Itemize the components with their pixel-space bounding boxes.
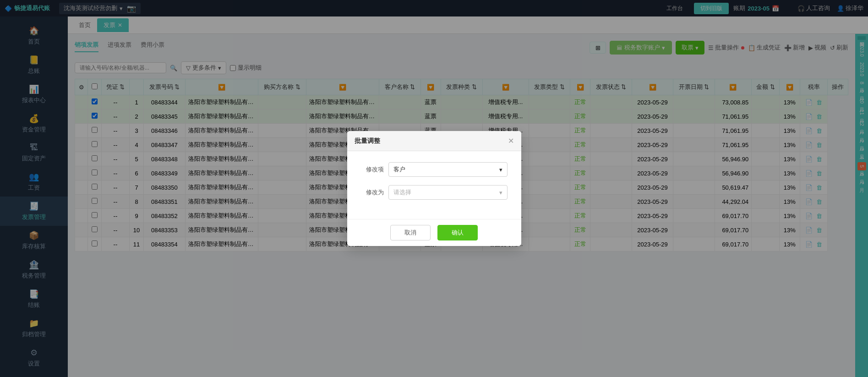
modify-to-select[interactable]: 请选择 ▾: [388, 185, 508, 200]
confirm-button[interactable]: 确认: [437, 225, 478, 240]
batch-adjust-modal: 批量调整 ✕ 修改项 客户 ▾ 修改为 请选择 ▾ 取消 确认: [347, 131, 521, 246]
modify-item-label: 修改项: [361, 165, 384, 174]
cancel-button[interactable]: 取消: [390, 225, 431, 240]
modal-close-btn[interactable]: ✕: [508, 137, 514, 145]
modify-item-select[interactable]: 客户 ▾: [388, 162, 508, 177]
select-dropdown-icon: ▾: [499, 166, 502, 173]
modal-body: 修改项 客户 ▾ 修改为 请选择 ▾: [347, 151, 521, 219]
modify-to-row: 修改为 请选择 ▾: [361, 185, 508, 200]
modal-footer: 取消 确认: [347, 219, 521, 246]
modify-to-label: 修改为: [361, 188, 384, 197]
modal-title: 批量调整: [355, 137, 380, 145]
modal-header: 批量调整 ✕: [347, 131, 521, 151]
select-to-dropdown-icon: ▾: [499, 189, 502, 196]
modal-overlay[interactable]: 批量调整 ✕ 修改项 客户 ▾ 修改为 请选择 ▾ 取消 确认: [0, 0, 868, 377]
modify-item-row: 修改项 客户 ▾: [361, 162, 508, 177]
